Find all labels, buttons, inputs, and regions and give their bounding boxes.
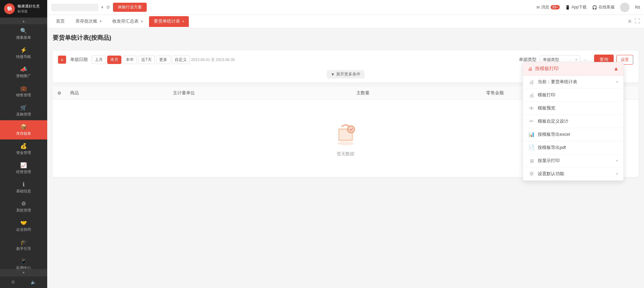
dropdown-close-btn[interactable]: ▲ bbox=[613, 66, 619, 72]
inventory-nav-icon: 📦 bbox=[20, 124, 27, 130]
filter-expand-btn[interactable]: » bbox=[58, 56, 66, 64]
sidebar-item-apps[interactable]: 📱 应用中心 bbox=[0, 255, 47, 269]
maximize-btn[interactable]: ⛶ bbox=[635, 18, 640, 25]
tab-inventory-batch[interactable]: 库存批次账 × bbox=[71, 16, 106, 27]
tab-order-stats-close[interactable]: × bbox=[182, 19, 184, 23]
th-quantity: 主数量 bbox=[352, 87, 482, 100]
dropdown-item-export-pdf[interactable]: 📄 按模板导出pdf bbox=[523, 141, 623, 154]
messages-badge: 99+ bbox=[551, 5, 560, 9]
current-template-arrow: ▾ bbox=[616, 79, 618, 84]
close-all-tabs-btn[interactable]: ✕ bbox=[627, 18, 632, 25]
main-content: ▾ ⚙ 体验行业方案 ✉ 消息 99+ 📱 App下载 🎧 在线客服 Rit bbox=[47, 0, 644, 288]
th-unit: 主计量单位 bbox=[169, 87, 352, 100]
tab-order-stats[interactable]: 要货单统计表 × bbox=[149, 16, 189, 27]
app-download-btn[interactable]: 📱 App下载 bbox=[565, 4, 587, 10]
dropdown-title-label: 按模板打印 bbox=[535, 66, 559, 72]
order-type-value: 单据类型 bbox=[543, 57, 559, 63]
breadcrumb-input[interactable] bbox=[51, 4, 98, 11]
date-btn-7days[interactable]: 近7天 bbox=[138, 56, 155, 64]
set-default-label: 设置默认功能 bbox=[538, 171, 613, 177]
online-service-btn[interactable]: 🎧 在线客服 bbox=[592, 4, 615, 10]
sidebar-item-quick[interactable]: ⚡ 快捷导航 bbox=[0, 43, 47, 63]
tab-summary-close[interactable]: × bbox=[141, 19, 143, 23]
print-icon: 🖨 bbox=[528, 66, 532, 71]
topbar: ▾ ⚙ 体验行业方案 ✉ 消息 99+ 📱 App下载 🎧 在线客服 Rit bbox=[47, 0, 644, 15]
template-preview-icon: 👁 bbox=[528, 105, 534, 111]
sidebar-nav: 🔍 搜索菜单 ⚡ 快捷导航 📣 营销推广 💼 销售管理 🛒 采购管理 📦 库存核… bbox=[0, 24, 47, 269]
logo-badge: 标准版 bbox=[18, 9, 40, 14]
sidebar-item-label-operation: 经营管理 bbox=[16, 169, 31, 174]
logo-text: 畅康通好生意 bbox=[18, 4, 40, 9]
date-btn-custom[interactable]: 自定义 bbox=[172, 56, 190, 64]
sidebar-item-label-search: 搜索菜单 bbox=[16, 35, 31, 40]
sidebar-item-search[interactable]: 🔍 搜索菜单 bbox=[0, 24, 47, 43]
tab-summary[interactable]: 收发存汇总表 × bbox=[108, 16, 147, 27]
topbar-left: ▾ ⚙ 体验行业方案 bbox=[51, 3, 533, 12]
sidebar-item-label-apps: 应用中心 bbox=[16, 265, 31, 269]
date-btn-more[interactable]: 更多 bbox=[156, 56, 170, 64]
online-service-label: 在线客服 bbox=[598, 4, 615, 10]
avatar[interactable] bbox=[620, 3, 630, 12]
sidebar-item-inventory[interactable]: 📦 库存核算 bbox=[0, 120, 47, 139]
sidebar-item-sales[interactable]: 💼 销售管理 bbox=[0, 82, 47, 101]
sidebar-item-marketing[interactable]: 📣 营销推广 bbox=[0, 63, 47, 82]
sidebar-item-label-marketing: 营销推广 bbox=[16, 73, 31, 78]
dropdown-item-set-default[interactable]: ⚙ 设置默认功能 ▾ bbox=[523, 167, 623, 181]
sidebar-scroll-down[interactable]: ▼ bbox=[0, 269, 47, 276]
finance-nav-icon: 💰 bbox=[20, 143, 27, 149]
sidebar-item-finance[interactable]: 💰 资金管理 bbox=[0, 139, 47, 159]
sidebar-item-collab[interactable]: 🤝 企业协同 bbox=[0, 216, 47, 235]
empty-state-illustration bbox=[332, 120, 359, 147]
date-btn-last-month[interactable]: 上月 bbox=[92, 56, 106, 64]
download-icon: 📱 bbox=[565, 5, 570, 10]
date-btn-this-month[interactable]: 本月 bbox=[107, 56, 121, 64]
topbar-dropdown-icon[interactable]: ▾ bbox=[101, 5, 104, 10]
tab-summary-label: 收发存汇总表 bbox=[112, 18, 139, 24]
logo-icon: 畅 bbox=[4, 3, 15, 14]
tab-inventory-batch-close[interactable]: × bbox=[99, 19, 101, 23]
sidebar-item-guide[interactable]: 🎓 新手引导 bbox=[0, 235, 47, 255]
expand-more-btn[interactable]: ▼ 展开更多条件 bbox=[327, 70, 364, 78]
export-pdf-label: 按模板导出pdf bbox=[538, 145, 618, 151]
dropdown-item-template-design[interactable]: ✏ 模板自定义设计 bbox=[523, 115, 623, 128]
dropdown-item-template-preview[interactable]: 👁 模板预览 bbox=[523, 102, 623, 115]
sidebar-item-label-finance: 资金管理 bbox=[16, 150, 31, 155]
tab-order-stats-label: 要货单统计表 bbox=[154, 18, 180, 24]
tab-home[interactable]: 首页 bbox=[51, 16, 69, 27]
settings-icon[interactable]: ⚙ bbox=[11, 280, 15, 285]
th-settings[interactable]: ⚙ bbox=[53, 87, 66, 100]
date-btns: 上月 本月 本年 近7天 更多 自定义 2023-06-01 至 2023-06… bbox=[92, 56, 235, 64]
sidebar-bottom: ⚙ 🔈 bbox=[0, 276, 47, 288]
date-btn-this-year[interactable]: 本年 bbox=[123, 56, 137, 64]
tabs-actions: ✕ ⛶ bbox=[627, 18, 640, 25]
sidebar-item-label-basic: 基础信息 bbox=[16, 189, 31, 194]
dropdown-item-current[interactable]: 🖨 当前：要货单统计表 ▾ bbox=[523, 75, 623, 89]
dropdown-item-export-excel[interactable]: 📊 按模板导出excel bbox=[523, 128, 623, 141]
export-excel-icon: 📊 bbox=[528, 131, 534, 137]
set-default-icon: ⚙ bbox=[528, 171, 534, 177]
sidebar-item-basic[interactable]: ℹ 基础信息 bbox=[0, 178, 47, 197]
sidebar-item-purchase[interactable]: 🛒 采购管理 bbox=[0, 101, 47, 120]
user-name: Rit bbox=[635, 5, 640, 10]
column-settings-icon[interactable]: ⚙ bbox=[57, 91, 61, 96]
template-preview-label: 模板预览 bbox=[538, 105, 618, 111]
sidebar-item-system[interactable]: ⚙ 系统管理 bbox=[0, 197, 47, 216]
volume-icon[interactable]: 🔈 bbox=[31, 280, 36, 285]
print-dropdown: 🖨 按模板打印 ▲ 🖨 当前：要货单统计表 ▾ 🖨 模板打印 👁 模板预览 ✏ bbox=[523, 62, 624, 181]
export-excel-label: 按模板导出excel bbox=[538, 131, 618, 137]
sidebar-scroll-up[interactable]: ▲ bbox=[0, 18, 47, 24]
dropdown-item-template-print[interactable]: 🖨 模板打印 bbox=[523, 89, 623, 102]
sidebar-item-operation[interactable]: 📈 经营管理 bbox=[0, 159, 47, 178]
page-content: 要货单统计表(按商品) » 单据日期 上月 本月 本年 近7天 更多 自定义 2… bbox=[47, 28, 644, 288]
trial-btn[interactable]: 体验行业方案 bbox=[113, 3, 147, 12]
topbar-gear-icon[interactable]: ⚙ bbox=[106, 5, 110, 10]
messages-btn[interactable]: ✉ 消息 99+ bbox=[536, 4, 560, 10]
service-icon: 🎧 bbox=[592, 5, 597, 10]
current-template-label: 当前：要货单统计表 bbox=[538, 79, 613, 85]
dropdown-header: 🖨 按模板打印 ▲ bbox=[523, 62, 623, 75]
order-type-dropdown-icon: ▾ bbox=[575, 57, 577, 62]
dropdown-item-display-print[interactable]: 🖥 按显示打印 ▾ bbox=[523, 154, 623, 167]
marketing-nav-icon: 📣 bbox=[20, 66, 27, 72]
expand-more-label: 展开更多条件 bbox=[336, 71, 360, 77]
logo-area: 畅 畅康通好生意 标准版 bbox=[0, 0, 47, 18]
